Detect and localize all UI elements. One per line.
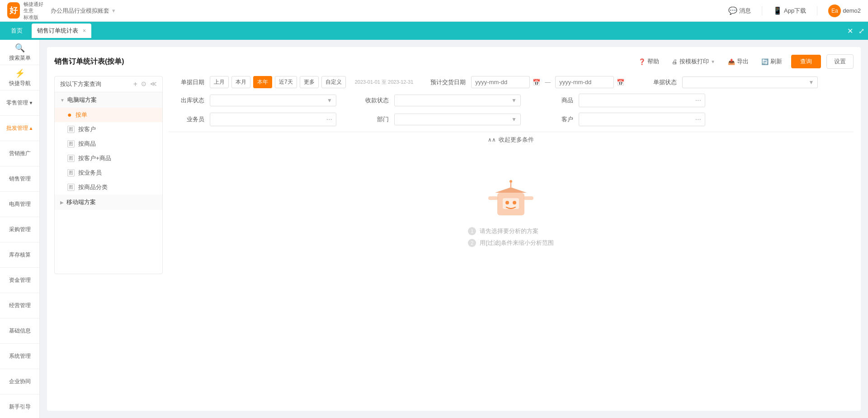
filter-row-3: 业务员 ··· 部门 ▼ 客户 <box>168 113 854 126</box>
scheme-group-pc[interactable]: ▼ 电脑端方案 <box>55 92 162 108</box>
delivery-select[interactable]: ▼ <box>210 95 336 106</box>
sidebar-item-operations[interactable]: 经营管理 <box>0 293 39 318</box>
help-button[interactable]: ❓ 帮助 <box>635 56 663 67</box>
breadcrumb-text[interactable]: 办公用品行业模拟账套 <box>51 7 109 15</box>
filter-row-2: 出库状态 ▼ 收款状态 ▼ 商品 <box>168 94 854 107</box>
sidebar-item-purchase[interactable]: 采购管理 <box>0 217 39 242</box>
scheme-add-icon[interactable]: + <box>133 80 137 88</box>
message-icon: 💬 <box>728 6 737 15</box>
scheme-item-by-customer[interactable]: 图 按客户 <box>55 122 162 137</box>
tabbar: 首页 销售订单统计表 × ✕ ⤢ <box>0 22 868 40</box>
step-2-num: 2 <box>468 239 476 247</box>
svg-rect-6 <box>488 196 498 200</box>
refresh-button[interactable]: 🔄 刷新 <box>758 56 786 67</box>
scheme-panel-header: 按以下方案查询 + ⊙ ≪ <box>55 76 162 92</box>
calendar-start-icon[interactable]: 📅 <box>533 79 540 86</box>
sidebar-item-enterprise[interactable]: 企业协同 <box>0 369 39 394</box>
breadcrumb: 办公用品行业模拟账套 ▾ <box>51 7 728 15</box>
scheme-collapse-icon[interactable]: ≪ <box>150 80 157 88</box>
sidebar-item-ecommerce[interactable]: 电商管理 <box>0 192 39 217</box>
logo-text: 畅捷通好生意 标准版 <box>24 1 47 20</box>
arrow-right-icon: ▶ <box>60 200 64 205</box>
avatar: Ea <box>828 5 841 17</box>
forecast-date-start[interactable] <box>471 76 530 88</box>
date-btn-more[interactable]: 更多 <box>300 76 319 88</box>
dept-label: 部门 <box>353 115 389 124</box>
scheme-settings-icon[interactable]: ⊙ <box>141 80 146 88</box>
svg-point-3 <box>513 201 516 204</box>
date-btn-last-month[interactable]: 上月 <box>210 76 229 88</box>
calendar-end-icon[interactable]: 📅 <box>617 79 624 86</box>
svg-point-2 <box>505 201 509 204</box>
sidebar-item-sales[interactable]: 销售管理 <box>0 166 39 192</box>
salesman-label: 业务员 <box>168 115 204 124</box>
goods-more-icon[interactable]: ··· <box>695 96 701 104</box>
goods-label: 商品 <box>537 96 573 104</box>
app-download-button[interactable]: 📱 App下载 <box>773 6 806 15</box>
payment-select[interactable]: ▼ <box>394 95 521 106</box>
dept-select[interactable]: ▼ <box>394 114 521 125</box>
help-icon: ❓ <box>638 58 646 65</box>
sidebar-item-retail[interactable]: 零售管理 ▼ <box>0 90 39 116</box>
scheme-item-by-salesman[interactable]: 图 按业务员 <box>55 166 162 180</box>
status-select[interactable]: ▼ <box>682 76 818 88</box>
empty-step-2: 2 用[过滤]条件来缩小分析范围 <box>468 239 553 247</box>
message-button[interactable]: 💬 消息 <box>728 6 751 15</box>
scheme-item-by-goods-category[interactable]: 图 按商品分类 <box>55 180 162 195</box>
setting-button[interactable]: 设置 <box>826 54 854 69</box>
sidebar-item-quick-nav[interactable]: ⚡ 快捷导航 <box>0 65 39 90</box>
logo-icon: 好 <box>7 2 20 19</box>
scheme-item-by-customer-goods[interactable]: 图 按客户+商品 <box>55 151 162 166</box>
delivery-chev-icon: ▼ <box>327 97 332 104</box>
query-button[interactable]: 查询 <box>791 55 821 68</box>
sidebar-item-inventory[interactable]: 库存核算 <box>0 242 39 268</box>
tab-home[interactable]: 首页 <box>4 22 30 40</box>
window-close-icon[interactable]: ✕ <box>847 27 853 35</box>
sidebar-item-search[interactable]: 🔍 搜索菜单 <box>0 40 39 65</box>
print-button[interactable]: 🖨 按模板打印 ▼ <box>668 56 719 67</box>
date-btn-7days[interactable]: 近7天 <box>275 76 297 88</box>
filter-row-1: 单据日期 上月 本月 本年 近7天 更多 自定义 2023-01-01 至 20… <box>168 76 854 88</box>
window-expand-icon[interactable]: ⤢ <box>859 27 864 35</box>
sidebar-item-marketing[interactable]: 营销推广 <box>0 141 39 166</box>
quick-nav-icon: ⚡ <box>15 68 25 78</box>
breadcrumb-arrow-icon[interactable]: ▾ <box>112 7 115 14</box>
payment-chev-icon: ▼ <box>511 97 517 104</box>
date-btn-this-year[interactable]: 本年 <box>253 76 272 88</box>
goods-category-scheme-icon: 图 <box>67 184 75 191</box>
sidebar-item-system[interactable]: 系统管理 <box>0 344 39 369</box>
divider <box>762 6 762 15</box>
sidebar-item-newbie[interactable]: 新手引导 <box>0 394 39 418</box>
collapse-row[interactable]: ∧∧ 收起更多条件 <box>168 132 854 147</box>
scheme-panel: 按以下方案查询 + ⊙ ≪ ▼ 电脑端方案 ● 按单 <box>54 76 163 274</box>
customer-more-icon[interactable]: ··· <box>695 115 701 124</box>
retail-expand-icon: ▼ <box>29 100 33 105</box>
scheme-item-by-goods[interactable]: 图 按商品 <box>55 137 162 151</box>
sidebar-item-wholesale[interactable]: 批发管理 ▲ <box>0 116 39 141</box>
date-btn-custom[interactable]: 自定义 <box>321 76 346 88</box>
svg-point-5 <box>509 180 512 183</box>
scheme-group-mobile[interactable]: ▶ 移动端方案 <box>55 195 162 210</box>
salesman-select[interactable]: ··· <box>210 113 336 126</box>
export-button[interactable]: 📤 导出 <box>724 56 752 67</box>
tab-close-icon[interactable]: × <box>83 28 86 34</box>
scheme-item-by-order[interactable]: ● 按单 <box>55 108 162 122</box>
date-buttons: 上月 本月 本年 近7天 更多 自定义 <box>210 76 346 88</box>
user-menu[interactable]: Ea demo2 <box>828 5 861 17</box>
forecast-date-end[interactable] <box>555 76 614 88</box>
customer-goods-scheme-icon: 图 <box>67 155 75 162</box>
tab-sales-order-stats[interactable]: 销售订单统计表 × <box>32 24 91 38</box>
page-actions: ❓ 帮助 🖨 按模板打印 ▼ 📤 导出 🔄 刷新 查询 设置 <box>635 54 854 69</box>
forecast-date-inputs: 📅 — 📅 <box>471 76 624 88</box>
payment-label: 收款状态 <box>353 96 389 104</box>
goods-select[interactable]: ··· <box>579 94 705 107</box>
empty-state: 1 请先选择要分析的方案 2 用[过滤]条件来缩小分析范围 <box>168 147 854 274</box>
sidebar-item-finance[interactable]: 资金管理 <box>0 268 39 293</box>
date-range-text: 2023-01-01 至 2023-12-31 <box>355 79 414 86</box>
date-btn-this-month[interactable]: 本月 <box>231 76 250 88</box>
goods-scheme-icon: 图 <box>67 140 75 147</box>
topbar: 好 畅捷通好生意 标准版 办公用品行业模拟账套 ▾ 💬 消息 📱 App下载 E… <box>0 0 868 22</box>
customer-select[interactable]: ··· <box>579 113 705 126</box>
sidebar-item-basic[interactable]: 基础信息 <box>0 318 39 344</box>
salesman-more-icon[interactable]: ··· <box>326 115 332 124</box>
